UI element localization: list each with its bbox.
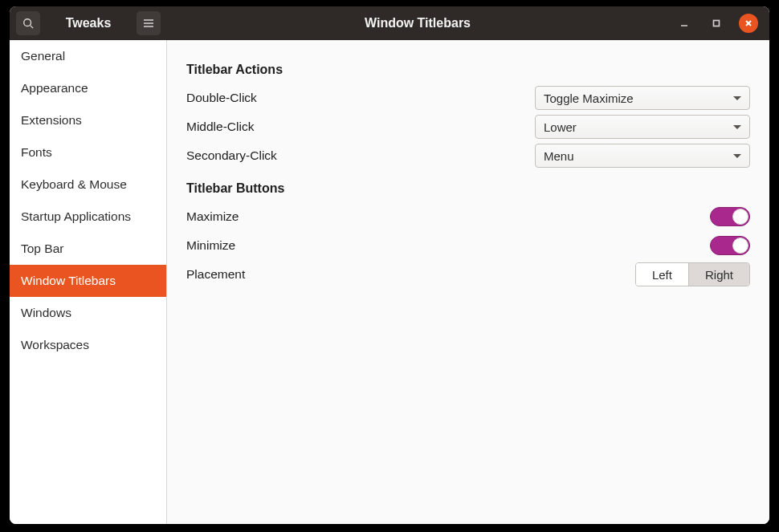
svg-rect-6 xyxy=(714,21,720,26)
placement-left-button[interactable]: Left xyxy=(636,263,688,286)
sidebar-item-fonts[interactable]: Fonts xyxy=(10,136,166,169)
maximize-icon xyxy=(712,19,720,27)
app-title: Tweaks xyxy=(48,16,128,30)
label-placement: Placement xyxy=(186,267,635,282)
close-icon xyxy=(744,19,752,27)
dropdown-secondary-click-value: Menu xyxy=(544,149,733,163)
sidebar-item-general[interactable]: General xyxy=(10,40,166,72)
chevron-down-icon xyxy=(733,125,741,129)
menu-button[interactable] xyxy=(137,11,161,35)
window-maximize-button[interactable] xyxy=(707,14,726,33)
label-double-click: Double-Click xyxy=(186,91,535,105)
sidebar-item-appearance[interactable]: Appearance xyxy=(10,72,166,104)
sidebar-item-workspaces[interactable]: Workspaces xyxy=(10,329,166,361)
row-double-click: Double-Click Toggle Maximize xyxy=(186,83,750,112)
toggle-minimize[interactable] xyxy=(710,236,750,255)
dropdown-middle-click[interactable]: Lower xyxy=(535,115,750,139)
toggle-maximize[interactable] xyxy=(710,207,750,226)
window-close-button[interactable] xyxy=(739,14,758,33)
headerbar-right xyxy=(668,6,769,40)
sidebar-item-top-bar[interactable]: Top Bar xyxy=(10,233,166,265)
sidebar-item-window-titlebars[interactable]: Window Titlebars xyxy=(10,265,166,297)
svg-line-1 xyxy=(31,26,34,29)
label-minimize: Minimize xyxy=(186,238,710,253)
placement-right-button[interactable]: Right xyxy=(688,263,749,286)
section-title-titlebar-buttons: Titlebar Buttons xyxy=(186,181,750,196)
sidebar-item-keyboard-mouse[interactable]: Keyboard & Mouse xyxy=(10,169,166,201)
app-window: Tweaks Window Titlebars xyxy=(10,6,769,524)
dropdown-double-click-value: Toggle Maximize xyxy=(544,91,733,105)
sidebar-item-extensions[interactable]: Extensions xyxy=(10,104,166,136)
section-title-titlebar-actions: Titlebar Actions xyxy=(186,63,750,77)
sidebar: General Appearance Extensions Fonts Keyb… xyxy=(10,40,167,524)
chevron-down-icon xyxy=(733,96,741,100)
sidebar-item-startup-applications[interactable]: Startup Applications xyxy=(10,201,166,233)
chevron-down-icon xyxy=(733,154,741,158)
headerbar: Tweaks Window Titlebars xyxy=(10,6,769,40)
search-icon xyxy=(22,18,34,29)
content-pane: Titlebar Actions Double-Click Toggle Max… xyxy=(167,40,769,524)
sidebar-item-windows[interactable]: Windows xyxy=(10,297,166,329)
hamburger-icon xyxy=(143,18,154,28)
minimize-icon xyxy=(680,19,688,27)
segmented-placement: Left Right xyxy=(635,262,750,286)
label-maximize: Maximize xyxy=(186,209,710,224)
search-button[interactable] xyxy=(16,11,40,35)
label-middle-click: Middle-Click xyxy=(186,120,535,134)
headerbar-center: Window Titlebars xyxy=(167,6,668,40)
row-maximize-toggle: Maximize xyxy=(186,202,750,231)
headerbar-left: Tweaks xyxy=(10,6,167,40)
row-minimize-toggle: Minimize xyxy=(186,231,750,260)
dropdown-middle-click-value: Lower xyxy=(544,120,733,134)
dropdown-double-click[interactable]: Toggle Maximize xyxy=(535,86,750,110)
row-secondary-click: Secondary-Click Menu xyxy=(186,141,750,170)
row-middle-click: Middle-Click Lower xyxy=(186,112,750,141)
window-minimize-button[interactable] xyxy=(675,14,694,33)
label-secondary-click: Secondary-Click xyxy=(186,148,535,163)
svg-point-0 xyxy=(24,19,31,26)
page-title: Window Titlebars xyxy=(365,16,471,30)
row-placement: Placement Left Right xyxy=(186,260,750,289)
dropdown-secondary-click[interactable]: Menu xyxy=(535,144,750,168)
body: General Appearance Extensions Fonts Keyb… xyxy=(10,40,769,524)
